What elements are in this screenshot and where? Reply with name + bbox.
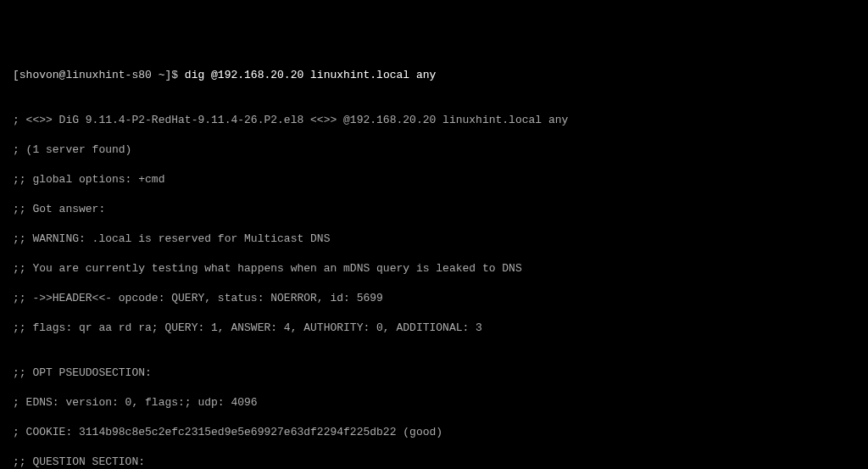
- dig-banner-line: ; <<>> DiG 9.11.4-P2-RedHat-9.11.4-26.P2…: [13, 113, 855, 128]
- shell-prompt: [shovon@linuxhint-s80 ~]$: [13, 69, 185, 81]
- edns-line: ; EDNS: version: 0, flags:; udp: 4096: [13, 395, 855, 410]
- dig-warning-1: ;; WARNING: .local is reserved for Multi…: [13, 232, 855, 247]
- opt-pseudosection-header: ;; OPT PSEUDOSECTION:: [13, 366, 855, 381]
- question-section-header: ;; QUESTION SECTION:: [13, 455, 855, 469]
- terminal-line-prompt-1: [shovon@linuxhint-s80 ~]$ dig @192.168.2…: [13, 68, 855, 83]
- dig-header-opcode: ;; ->>HEADER<<- opcode: QUERY, status: N…: [13, 291, 855, 306]
- dig-global-options: ;; global options: +cmd: [13, 172, 855, 187]
- dig-warning-2: ;; You are currently testing what happen…: [13, 261, 855, 276]
- shell-command: dig @192.168.20.20 linuxhint.local any: [185, 69, 436, 81]
- dig-got-answer: ;; Got answer:: [13, 202, 855, 217]
- dig-server-found: ; (1 server found): [13, 142, 855, 158]
- cookie-line: ; COOKIE: 3114b98c8e5c2efc2315ed9e5e6992…: [13, 425, 855, 440]
- dig-flags: ;; flags: qr aa rd ra; QUERY: 1, ANSWER:…: [13, 321, 855, 336]
